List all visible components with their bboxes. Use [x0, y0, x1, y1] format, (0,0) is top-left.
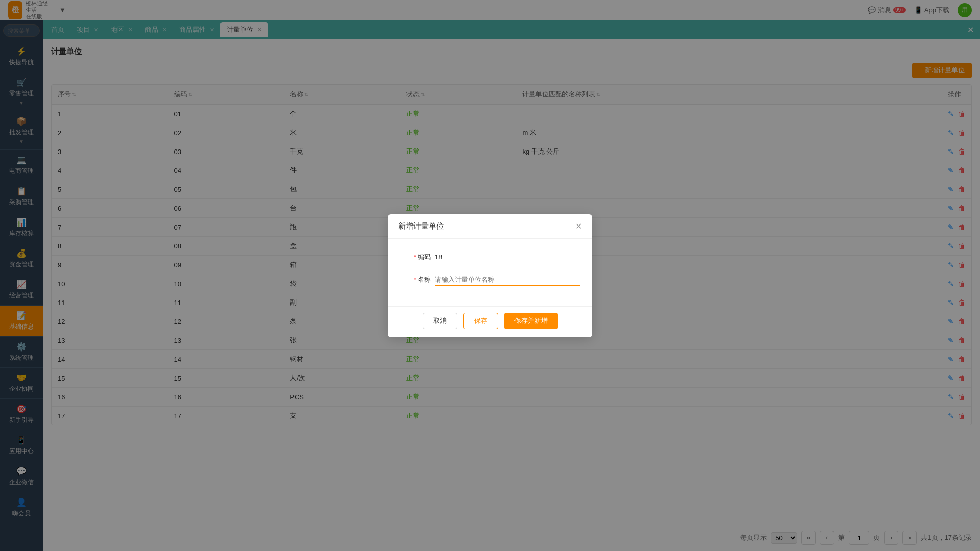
name-required-mark: *	[414, 276, 416, 283]
code-input[interactable]	[435, 251, 580, 263]
modal-close-button[interactable]: ✕	[575, 221, 582, 231]
code-label: *编码	[400, 253, 431, 262]
name-input[interactable]	[435, 273, 580, 286]
form-item-name: *名称	[400, 273, 580, 286]
modal-header: 新增计量单位 ✕	[388, 214, 592, 239]
modal-body: *编码 *名称	[388, 239, 592, 302]
modal-title: 新增计量单位	[398, 221, 444, 231]
modal-footer: 取消 保存 保存并新增	[388, 306, 592, 337]
code-required-mark: *	[414, 253, 416, 261]
save-button[interactable]: 保存	[463, 313, 498, 329]
name-label: *名称	[400, 275, 431, 284]
modal-overlay: 新增计量单位 ✕ *编码 *名称 取消 保存 保存并新增	[0, 0, 980, 551]
cancel-button[interactable]: 取消	[423, 313, 457, 329]
form-item-code: *编码	[400, 251, 580, 263]
add-unit-modal: 新增计量单位 ✕ *编码 *名称 取消 保存 保存并新增	[388, 214, 592, 337]
save-new-button[interactable]: 保存并新增	[504, 313, 558, 329]
